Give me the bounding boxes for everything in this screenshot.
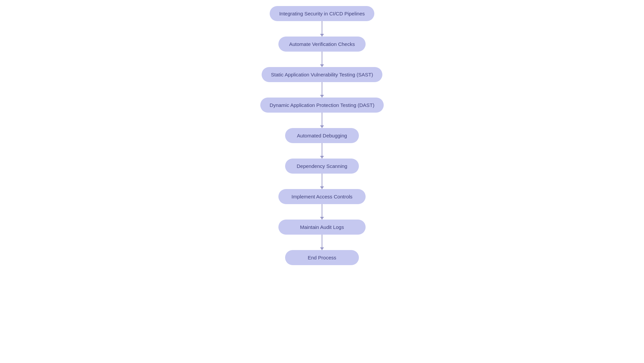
node-debugging: Automated Debugging xyxy=(285,128,359,143)
arrow-6 xyxy=(322,204,322,220)
node-sast: Static Application Vulnerability Testing… xyxy=(262,67,382,82)
node-audit: Maintain Audit Logs xyxy=(278,220,366,235)
arrow-3 xyxy=(322,113,322,128)
node-dast: Dynamic Application Protection Testing (… xyxy=(260,98,384,113)
arrow-0 xyxy=(322,21,322,37)
node-dependency: Dependency Scanning xyxy=(285,159,359,174)
arrow-5 xyxy=(322,174,322,189)
flowchart: Integrating Security in CI/CD Pipelines … xyxy=(260,0,384,265)
node-automate: Automate Verification Checks xyxy=(278,37,366,52)
arrow-1 xyxy=(322,52,322,67)
node-end: End Process xyxy=(285,250,359,265)
node-access: Implement Access Controls xyxy=(278,189,366,204)
arrow-4 xyxy=(322,143,322,159)
arrow-2 xyxy=(322,82,322,98)
node-start: Integrating Security in CI/CD Pipelines xyxy=(270,6,374,21)
arrow-7 xyxy=(322,235,322,250)
